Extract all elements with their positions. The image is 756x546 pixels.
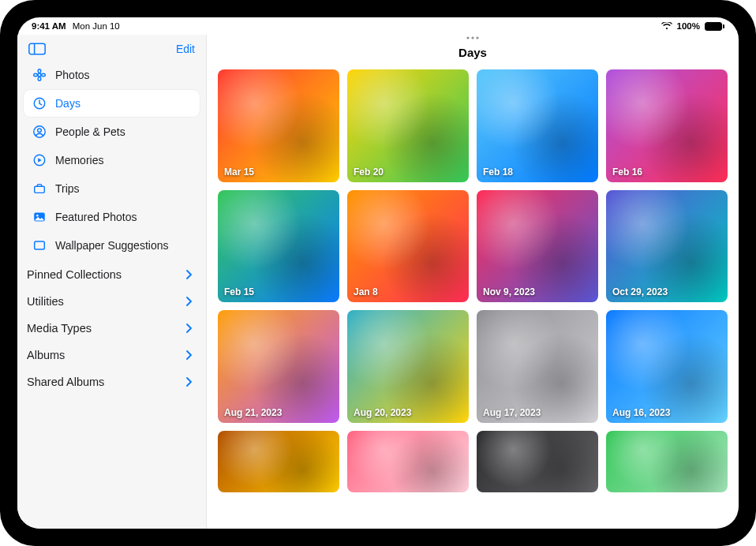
day-tile[interactable] xyxy=(218,431,339,492)
svg-point-16 xyxy=(471,36,473,39)
tile-date-label: Feb 16 xyxy=(612,166,642,178)
sidebar-group-shared[interactable]: Shared Albums xyxy=(24,369,200,395)
day-tile[interactable]: Aug 17, 2023 xyxy=(477,310,598,423)
chevron-right-icon xyxy=(185,377,192,387)
day-tile[interactable]: Feb 15 xyxy=(218,190,339,303)
svg-point-15 xyxy=(466,36,469,39)
day-tile[interactable]: Feb 18 xyxy=(477,69,598,182)
battery-icon xyxy=(705,22,724,31)
photo-thumbnail xyxy=(477,310,598,423)
day-tile[interactable]: Feb 20 xyxy=(347,69,469,182)
sidebar-group-label: Utilities xyxy=(27,295,64,308)
day-tile[interactable] xyxy=(606,431,728,492)
status-date: Mon Jun 10 xyxy=(73,21,120,31)
sidebar-group-label: Shared Albums xyxy=(27,376,104,388)
photo-thumbnail xyxy=(606,310,728,423)
tile-date-label: Aug 16, 2023 xyxy=(612,407,670,418)
sidebar: Edit PhotosDaysPeople & PetsMemoriesTrip… xyxy=(17,35,207,529)
sidebar-item-label: Days xyxy=(55,97,80,110)
sidebar-item-memories[interactable]: Memories xyxy=(24,147,200,174)
sidebar-group-pinned[interactable]: Pinned Collections xyxy=(24,262,200,287)
day-tile[interactable]: Mar 15 xyxy=(218,69,339,182)
sidebar-item-trips[interactable]: Trips xyxy=(24,175,200,202)
day-tile[interactable]: Nov 9, 2023 xyxy=(477,190,598,303)
sidebar-item-wallpaper[interactable]: Wallpaper Suggestions xyxy=(24,232,200,259)
photo-thumbnail xyxy=(218,431,339,492)
sidebar-item-days[interactable]: Days xyxy=(24,90,200,117)
svg-point-2 xyxy=(38,73,41,77)
rect-icon xyxy=(32,237,47,253)
tile-date-label: Jan 8 xyxy=(354,286,378,297)
play-icon xyxy=(32,152,47,168)
tile-date-label: Aug 20, 2023 xyxy=(354,407,411,418)
sidebar-group-label: Media Types xyxy=(27,322,92,335)
photo-thumbnail xyxy=(477,431,598,492)
sidebar-item-label: Featured Photos xyxy=(55,211,137,223)
photo-thumbnail xyxy=(218,310,339,423)
tile-date-label: Mar 15 xyxy=(224,166,254,178)
day-tile[interactable]: Aug 20, 2023 xyxy=(347,310,469,423)
sidebar-item-people[interactable]: People & Pets xyxy=(24,118,200,145)
svg-rect-11 xyxy=(35,186,45,193)
photo-thumbnail xyxy=(606,69,728,182)
status-bar: 9:41 AM Mon Jun 10 100% xyxy=(17,17,739,35)
tile-date-label: Feb 15 xyxy=(224,286,254,297)
day-tile[interactable] xyxy=(477,431,598,492)
photo-thumbnail xyxy=(347,431,469,492)
sidebar-item-photos[interactable]: Photos xyxy=(24,62,200,88)
clock-icon xyxy=(32,95,47,111)
day-tile[interactable]: Feb 16 xyxy=(606,69,728,182)
sidebar-item-label: People & Pets xyxy=(55,125,125,138)
day-tile[interactable]: Aug 16, 2023 xyxy=(606,310,728,423)
photo-thumbnail xyxy=(218,190,339,303)
sidebar-group-utils[interactable]: Utilities xyxy=(24,289,200,314)
svg-point-4 xyxy=(38,77,41,81)
svg-point-5 xyxy=(34,73,38,77)
sidebar-toggle-icon[interactable] xyxy=(28,43,46,55)
tile-date-label: Feb 18 xyxy=(483,166,513,178)
sidebar-group-albums[interactable]: Albums xyxy=(24,342,200,368)
photo-thumbnail xyxy=(218,69,339,182)
sidebar-item-label: Wallpaper Suggestions xyxy=(55,239,168,252)
days-grid: Mar 15Feb 20Feb 18Feb 16Feb 15Jan 8Nov 9… xyxy=(218,69,728,492)
sidebar-item-label: Trips xyxy=(55,182,80,195)
page-title: Days xyxy=(458,46,487,59)
svg-point-9 xyxy=(38,129,42,133)
sidebar-edit-button[interactable]: Edit xyxy=(176,43,195,55)
photo-thumbnail xyxy=(477,190,598,303)
svg-rect-0 xyxy=(29,43,45,54)
tile-date-label: Aug 21, 2023 xyxy=(224,407,282,418)
photo-thumbnail xyxy=(347,310,469,423)
day-tile[interactable]: Aug 21, 2023 xyxy=(218,310,339,423)
sidebar-item-list: PhotosDaysPeople & PetsMemoriesTripsFeat… xyxy=(24,62,200,259)
sidebar-item-featured[interactable]: Featured Photos xyxy=(24,204,200,230)
main-header: Days xyxy=(207,35,739,69)
photo-thumbnail xyxy=(606,190,728,303)
screen: 9:41 AM Mon Jun 10 100% E xyxy=(17,17,739,529)
content-area: Edit PhotosDaysPeople & PetsMemoriesTrip… xyxy=(17,35,739,529)
svg-point-17 xyxy=(476,36,478,39)
photo-thumbnail xyxy=(347,69,469,182)
sidebar-item-label: Photos xyxy=(55,69,90,81)
photo-thumbnail xyxy=(347,190,469,303)
suitcase-icon xyxy=(32,181,47,196)
sidebar-group-mtypes[interactable]: Media Types xyxy=(24,316,200,341)
photo-thumbnail xyxy=(477,69,598,182)
sidebar-group-label: Albums xyxy=(27,349,65,361)
grid-scroll-area[interactable]: Mar 15Feb 20Feb 18Feb 16Feb 15Jan 8Nov 9… xyxy=(207,69,739,529)
tile-date-label: Nov 9, 2023 xyxy=(483,286,535,297)
sidebar-group-list: Pinned CollectionsUtilitiesMedia TypesAl… xyxy=(24,262,200,395)
chevron-right-icon xyxy=(185,350,192,360)
svg-point-6 xyxy=(42,73,46,77)
more-options-icon[interactable] xyxy=(464,33,481,43)
day-tile[interactable]: Oct 29, 2023 xyxy=(606,190,728,303)
main-panel: Days Mar 15Feb 20Feb 18Feb 16Feb 15Jan 8… xyxy=(207,35,739,529)
day-tile[interactable]: Jan 8 xyxy=(347,190,469,303)
person-icon xyxy=(32,124,47,140)
svg-point-3 xyxy=(38,69,41,73)
device-frame: 9:41 AM Mon Jun 10 100% E xyxy=(0,0,756,546)
day-tile[interactable] xyxy=(347,431,469,492)
wifi-icon xyxy=(661,22,672,30)
tile-date-label: Oct 29, 2023 xyxy=(612,286,668,297)
chevron-right-icon xyxy=(185,270,192,279)
